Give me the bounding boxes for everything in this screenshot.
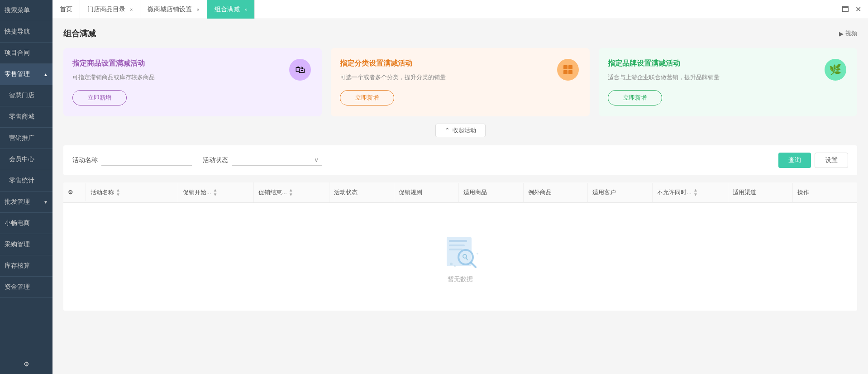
- brand-card-icon: 🌿: [825, 59, 846, 81]
- svg-rect-7: [449, 249, 463, 250]
- video-link[interactable]: ▶ 视频: [839, 29, 857, 38]
- tab-close-icon[interactable]: ×: [196, 7, 199, 12]
- th-label: 活动名称: [91, 188, 114, 197]
- tab-combo-discount[interactable]: 组合满减 ×: [207, 0, 255, 19]
- sidebar-item-label: 会员中心: [9, 155, 34, 163]
- sort-icon: ▲▼: [116, 188, 120, 197]
- search-form: 活动名称 活动状态 ∨ 查询 设置: [63, 145, 857, 175]
- sidebar-search[interactable]: 搜索菜单: [0, 0, 52, 21]
- collapse-activity-button[interactable]: ⌃ 收起活动: [435, 124, 486, 137]
- goods-activity-card: 🛍 指定商品设置满减活动 可指定滞销商品或库存较多商品 立即新增: [63, 48, 322, 116]
- svg-rect-6: [449, 245, 465, 246]
- sidebar-item-inventory-calc[interactable]: 库存核算: [0, 255, 52, 277]
- activity-status-select[interactable]: ∨: [232, 154, 322, 166]
- brand-card-desc: 适合与上游企业联合做营销，提升品牌销量: [608, 73, 848, 82]
- th-gear[interactable]: ⚙: [63, 183, 86, 201]
- goods-card-add-button[interactable]: 立即新增: [72, 90, 127, 105]
- th-promo-start[interactable]: 促销开始... ▲▼: [178, 182, 254, 202]
- setting-button[interactable]: 设置: [815, 153, 848, 168]
- restore-window-button[interactable]: 🗖: [841, 5, 850, 14]
- collapse-label: 收起活动: [453, 126, 476, 134]
- th-label: 适用客户: [592, 188, 616, 197]
- goods-card-title: 指定商品设置满减活动: [72, 59, 313, 68]
- sidebar-item-retail-mgmt[interactable]: 零售管理 ▲: [0, 64, 52, 85]
- tab-wechat-store[interactable]: 微商城店铺设置 ×: [140, 0, 207, 19]
- chevron-up-icon: ▲: [43, 72, 48, 77]
- sidebar-item-project-contract[interactable]: 项目合同: [0, 43, 52, 64]
- sidebar-item-label: 零售商城: [9, 113, 34, 121]
- sidebar-item-label: 零售管理: [5, 70, 30, 78]
- svg-rect-5: [449, 240, 467, 242]
- tab-close-icon[interactable]: ×: [130, 7, 133, 12]
- th-activity-name[interactable]: 活动名称 ▲▼: [86, 182, 178, 202]
- sidebar-item-purchase-mgmt[interactable]: 采购管理: [0, 234, 52, 255]
- svg-rect-3: [568, 70, 572, 74]
- sidebar-item-quick-nav[interactable]: 快捷导航: [0, 21, 52, 43]
- settings-button[interactable]: ⚙: [0, 354, 52, 374]
- th-label: 促销开始...: [183, 188, 211, 197]
- close-window-button[interactable]: ✕: [854, 5, 863, 14]
- activity-table: ⚙ 活动名称 ▲▼ 促销开始... ▲▼ 促销结束... ▲▼ 活动状态: [63, 182, 857, 311]
- sidebar-item-label: 项目合同: [5, 49, 30, 57]
- sidebar-item-member-center[interactable]: 会员中心: [0, 149, 52, 170]
- gear-icon: ⚙: [24, 360, 29, 368]
- activity-status-label: 活动状态: [203, 156, 228, 164]
- th-not-same[interactable]: 不允许同时... ▲▼: [653, 182, 728, 202]
- brand-activity-card: 🌿 指定品牌设置满减活动 适合与上游企业联合做营销，提升品牌销量 立即新增: [599, 48, 857, 116]
- svg-rect-2: [563, 70, 568, 74]
- page-header: 组合满减 ▶ 视频: [63, 28, 857, 39]
- sidebar-item-wholesale-mgmt[interactable]: 批发管理 ▼: [0, 192, 52, 213]
- sidebar-item-marketing[interactable]: 营销推广: [0, 128, 52, 149]
- tab-label: 组合满减: [215, 5, 240, 14]
- tab-store-catalog[interactable]: 门店商品目录 ×: [80, 0, 140, 19]
- tab-label: 微商城店铺设置: [148, 5, 192, 14]
- sidebar-item-fund-mgmt[interactable]: 资金管理: [0, 277, 52, 298]
- sort-icon: ▲▼: [213, 188, 218, 197]
- goods-card-icon: 🛍: [289, 59, 311, 81]
- sidebar-item-label: 智慧门店: [9, 91, 34, 100]
- tab-bar-right: 🗖 ✕: [841, 5, 868, 14]
- sidebar-item-retail-mall[interactable]: 零售商城: [0, 106, 52, 128]
- svg-line-10: [471, 263, 476, 267]
- activity-name-input[interactable]: [101, 154, 192, 166]
- tab-close-icon[interactable]: ×: [244, 7, 247, 12]
- svg-point-13: [450, 263, 453, 265]
- th-label: 操作: [797, 188, 809, 197]
- category-card-desc: 可选一个或者多个分类，提升分类的销量: [340, 73, 580, 82]
- activity-status-group: 活动状态 ∨: [203, 154, 322, 166]
- activity-name-label: 活动名称: [72, 156, 98, 164]
- tab-home[interactable]: 首页: [52, 0, 80, 19]
- th-activity-status: 活动状态: [329, 183, 394, 202]
- th-applicable-customer: 适用客户: [588, 183, 653, 202]
- main-area: 首页 门店商品目录 × 微商城店铺设置 × 组合满减 × 🗖 ✕ 组合满减 ▶ …: [52, 0, 868, 374]
- sidebar-item-xiaochangEC[interactable]: 小畅电商: [0, 213, 52, 234]
- brand-card-add-button[interactable]: 立即新增: [608, 90, 662, 105]
- chevron-down-icon: ▼: [43, 200, 48, 205]
- sidebar-item-label: 采购管理: [5, 240, 30, 249]
- category-card-icon: [557, 59, 579, 81]
- th-label: 活动状态: [334, 188, 358, 197]
- category-card-title: 指定分类设置满减活动: [340, 59, 580, 68]
- svg-point-15: [477, 253, 478, 254]
- empty-illustration: [438, 230, 483, 275]
- sidebar-item-smart-store[interactable]: 智慧门店: [0, 85, 52, 106]
- sidebar-item-label: 小畅电商: [5, 219, 30, 227]
- activity-cards: 🛍 指定商品设置满减活动 可指定滞销商品或库存较多商品 立即新增 指定分类设置满…: [63, 48, 857, 116]
- sidebar-item-retail-stats[interactable]: 零售统计: [0, 170, 52, 192]
- th-label: 适用渠道: [733, 188, 756, 197]
- empty-text: 暂无数据: [448, 275, 473, 283]
- sidebar: 搜索菜单 快捷导航 项目合同 零售管理 ▲ 智慧门店 零售商城 营销推广 会员中…: [0, 0, 52, 374]
- page-title: 组合满减: [63, 28, 96, 39]
- empty-state: 暂无数据: [63, 203, 857, 311]
- sidebar-item-label: 批发管理: [5, 198, 30, 206]
- svg-rect-1: [568, 65, 572, 69]
- tab-label: 门店商品目录: [87, 5, 125, 14]
- category-card-add-button[interactable]: 立即新增: [340, 90, 394, 105]
- query-button[interactable]: 查询: [778, 153, 811, 168]
- category-activity-card: 指定分类设置满减活动 可选一个或者多个分类，提升分类的销量 立即新增: [331, 48, 589, 116]
- th-label: 促销规则: [399, 188, 422, 197]
- svg-point-9: [461, 253, 470, 262]
- th-label: 适用商品: [463, 188, 487, 197]
- th-promo-end[interactable]: 促销结束... ▲▼: [254, 182, 329, 202]
- sidebar-item-label: 库存核算: [5, 262, 30, 270]
